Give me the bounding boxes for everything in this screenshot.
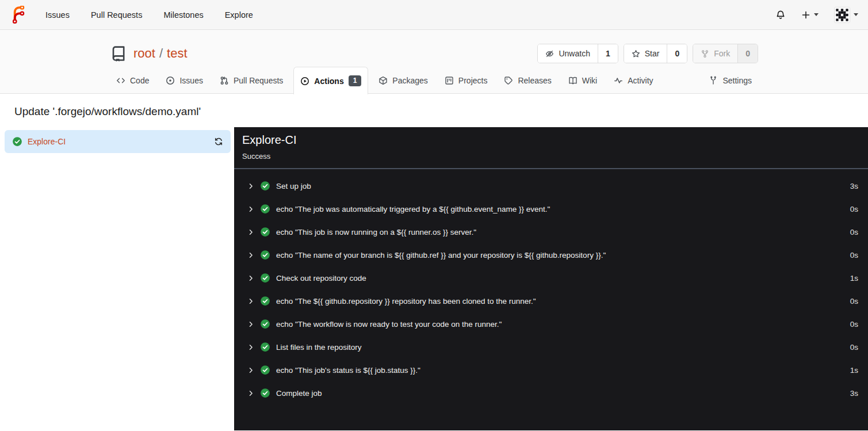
star-count[interactable]: 0 <box>667 44 687 63</box>
tag-icon <box>504 76 513 85</box>
fork-button-group: Fork0 <box>693 44 758 63</box>
tab-actions[interactable]: Actions1 <box>293 67 368 94</box>
tab-activity[interactable]: Activity <box>607 67 659 94</box>
tab-label: Pull Requests <box>234 76 283 85</box>
page-title: Update '.forgejo/workflows/demo.yaml' <box>0 94 868 127</box>
step-duration: 1s <box>850 366 858 375</box>
fork-button[interactable]: Fork <box>693 44 737 63</box>
step-name: echo "The workflow is now ready to test … <box>276 320 845 329</box>
step-row[interactable]: List files in the repository0s <box>234 335 868 358</box>
tab-code[interactable]: Code <box>110 67 155 94</box>
play-icon <box>300 77 309 86</box>
step-row[interactable]: echo "The workflow is now ready to test … <box>234 312 868 335</box>
repo-header: root / test Unwatch1Star0Fork0 CodeIssue… <box>0 30 868 94</box>
nav-item-pull-requests[interactable]: Pull Requests <box>91 10 142 20</box>
step-name: Complete job <box>276 389 845 398</box>
step-row[interactable]: Set up job3s <box>234 174 868 197</box>
navbar-links: IssuesPull RequestsMilestonesExplore <box>28 10 253 20</box>
step-duration: 0s <box>850 297 858 306</box>
navbar-right <box>775 7 858 23</box>
job-name: Explore-CI <box>28 137 209 146</box>
tab-count-badge: 1 <box>349 75 362 86</box>
tab-settings[interactable]: Settings <box>702 67 758 94</box>
star-button-group: Star0 <box>624 44 687 63</box>
tab-label: Code <box>130 76 149 85</box>
create-new-dropdown[interactable] <box>801 10 819 20</box>
step-duration: 0s <box>850 343 858 352</box>
step-name: echo "The job was automatically triggere… <box>276 205 845 213</box>
job-status: Success <box>242 152 859 161</box>
step-row[interactable]: echo "The ${{ github.repository }} repos… <box>234 289 868 312</box>
chevron-down-icon <box>854 13 858 16</box>
fork-count[interactable]: 0 <box>737 44 758 63</box>
run-panel: Explore-CI Success Set up job3secho "The… <box>234 127 868 430</box>
tab-label: Issues <box>179 76 202 85</box>
expand-chevron-icon <box>247 251 255 259</box>
project-icon <box>445 76 454 85</box>
notifications-bell-icon[interactable] <box>775 10 786 20</box>
step-name: List files in the repository <box>276 343 845 352</box>
success-check-icon <box>12 136 22 147</box>
nav-item-explore[interactable]: Explore <box>225 10 253 20</box>
jobs-sidebar: Explore-CI <box>0 127 234 430</box>
job-title: Explore-CI <box>242 134 859 147</box>
step-row[interactable]: echo "This job's status is ${{ job.statu… <box>234 358 868 382</box>
avatar <box>834 7 850 23</box>
fork-icon <box>701 49 709 58</box>
tab-wiki[interactable]: Wiki <box>562 67 603 94</box>
success-check-icon <box>260 365 270 375</box>
expand-chevron-icon <box>247 367 255 374</box>
user-menu-dropdown[interactable] <box>834 7 858 23</box>
star-icon <box>632 49 640 58</box>
rerun-sync-icon[interactable] <box>214 137 223 146</box>
unwatch-button[interactable]: Unwatch <box>538 44 597 63</box>
eye-slash-icon <box>545 49 554 58</box>
expand-chevron-icon <box>247 297 255 305</box>
tab-issues[interactable]: Issues <box>159 67 209 94</box>
breadcrumb: root / test <box>133 46 188 61</box>
tab-packages[interactable]: Packages <box>372 67 434 94</box>
step-duration: 0s <box>850 228 858 237</box>
unwatch-count[interactable]: 1 <box>598 44 618 63</box>
top-navbar: IssuesPull RequestsMilestonesExplore <box>0 0 868 30</box>
repo-name-link[interactable]: test <box>167 46 187 61</box>
forgejo-logo-icon[interactable] <box>10 6 28 24</box>
step-row[interactable]: Complete job3s <box>234 382 868 405</box>
steps-list: Set up job3secho "The job was automatica… <box>234 169 868 405</box>
package-icon <box>378 76 388 85</box>
step-duration: 0s <box>850 251 858 260</box>
step-name: echo "This job's status is ${{ job.statu… <box>276 366 845 375</box>
tab-pull-requests[interactable]: Pull Requests <box>213 67 289 94</box>
repo-owner-link[interactable]: root <box>133 46 155 61</box>
job-item-explore-ci[interactable]: Explore-CI <box>5 130 231 153</box>
step-name: Check out repository code <box>276 274 845 283</box>
step-duration: 0s <box>850 205 858 213</box>
step-duration: 0s <box>850 320 858 329</box>
expand-chevron-icon <box>247 205 255 213</box>
expand-chevron-icon <box>247 228 255 236</box>
book-icon <box>568 76 578 85</box>
step-duration: 3s <box>850 182 858 190</box>
pull-request-icon <box>220 76 229 85</box>
success-check-icon <box>260 250 270 260</box>
tab-label: Projects <box>458 76 488 85</box>
tab-releases[interactable]: Releases <box>498 67 557 94</box>
breadcrumb-separator: / <box>159 46 163 61</box>
expand-chevron-icon <box>247 344 255 351</box>
tab-label: Actions <box>314 77 343 86</box>
star-label: Star <box>645 49 660 58</box>
step-row[interactable]: Check out repository code1s <box>234 266 868 289</box>
step-duration: 1s <box>850 274 858 283</box>
step-row[interactable]: echo "The name of your branch is ${{ git… <box>234 243 868 266</box>
tab-projects[interactable]: Projects <box>438 67 494 94</box>
step-name: echo "The name of your branch is ${{ git… <box>276 251 845 260</box>
issue-icon <box>166 76 175 85</box>
star-button[interactable]: Star <box>624 44 667 63</box>
nav-item-issues[interactable]: Issues <box>45 10 70 20</box>
plus-icon <box>801 10 810 20</box>
step-row[interactable]: echo "The job was automatically triggere… <box>234 197 868 220</box>
step-row[interactable]: echo "This job is now running on a ${{ r… <box>234 220 868 243</box>
activity-icon <box>614 76 623 85</box>
nav-item-milestones[interactable]: Milestones <box>163 10 203 20</box>
step-duration: 3s <box>850 389 858 398</box>
